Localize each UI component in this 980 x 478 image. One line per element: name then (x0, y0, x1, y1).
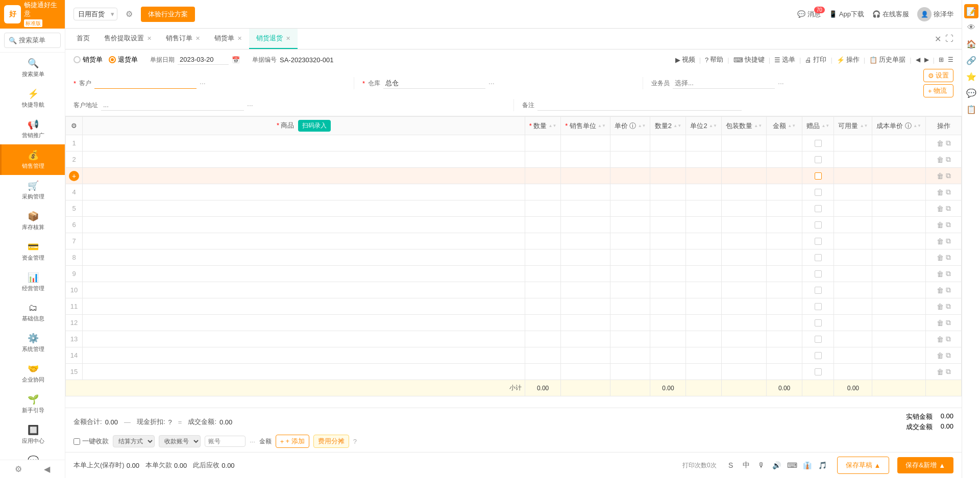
sidebar-item-inventory[interactable]: 📦 库存核算 (0, 206, 65, 236)
message-btn[interactable]: 💬 消息 70 (797, 10, 821, 19)
tab-sales-return-close[interactable]: ✕ (286, 35, 290, 42)
delete-row-9[interactable]: 🗑 (937, 270, 944, 278)
sidebar-collapse-btn[interactable]: ◀ (44, 464, 50, 474)
delete-row-4[interactable]: 🗑 (937, 188, 944, 196)
staff-dots[interactable]: ··· (778, 79, 784, 87)
copy-row-15[interactable]: ⧉ (946, 367, 951, 376)
tab-sales-invoice[interactable]: 销货单 ✕ (207, 29, 249, 49)
sidebar-item-newbie[interactable]: 🌱 新手引导 (0, 389, 65, 419)
account-dots[interactable]: ··· (250, 438, 255, 445)
delete-row-8[interactable]: 🗑 (937, 254, 944, 262)
gift-checkbox-10[interactable] (815, 287, 822, 294)
delete-row-10[interactable]: 🗑 (937, 286, 944, 294)
copy-row-14[interactable]: ⧉ (946, 351, 951, 360)
trial-btn[interactable]: 体验行业方案 (141, 7, 195, 22)
video-btn[interactable]: ▶ 视频 (675, 55, 695, 64)
taskbar-icon-7[interactable]: 🎵 (817, 459, 829, 471)
right-panel-btn-6[interactable]: 💬 (964, 86, 978, 100)
product-input-3[interactable] (86, 172, 522, 180)
sidebar-item-quicknav[interactable]: ⚡ 快捷导航 (0, 83, 65, 114)
amount-sort-icon[interactable]: ▲▼ (788, 124, 796, 128)
select-btn[interactable]: ☰ 选单 (774, 55, 795, 64)
search-button[interactable]: 🔍 搜索菜单 (4, 33, 61, 48)
gift-checkbox-15[interactable] (815, 368, 822, 375)
tab-home[interactable]: 首页 (69, 29, 97, 49)
sidebar-item-wechat[interactable]: 💬 企业微信 (0, 450, 65, 460)
add-row-btn[interactable]: + (69, 171, 79, 181)
copy-row-12[interactable]: ⧉ (946, 318, 951, 327)
remark-input[interactable] (537, 99, 742, 111)
sidebar-item-operations[interactable]: 📊 经营管理 (0, 267, 65, 297)
gift-checkbox-14[interactable] (815, 352, 822, 359)
operation-btn[interactable]: ⚡ 操作 (837, 55, 860, 64)
account-number-input[interactable] (205, 436, 246, 447)
tab-sales-invoice-close[interactable]: ✕ (237, 35, 242, 42)
gift-checkbox-4[interactable] (815, 189, 822, 196)
column-settings-icon[interactable]: ⚙ (71, 122, 77, 130)
sidebar-item-appcenter[interactable]: 🔲 应用中心 (0, 419, 65, 450)
online-service-btn[interactable]: 🎧 在线客服 (872, 10, 909, 19)
history-btn[interactable]: 📋 历史单据 (869, 55, 905, 64)
available-sort-icon[interactable]: ▲▼ (860, 124, 868, 128)
delete-row-14[interactable]: 🗑 (937, 351, 944, 360)
save-draft-btn[interactable]: 保存草稿 ▲ (837, 457, 890, 474)
taskbar-icon-5[interactable]: ⌨ (786, 459, 798, 471)
sidebar-item-finance[interactable]: 💳 资金管理 (0, 236, 65, 267)
calendar-icon[interactable]: 📅 (232, 56, 240, 64)
one-click-payment-checkbox[interactable]: 一键收款 (74, 437, 109, 446)
gift-checkbox-3[interactable] (815, 172, 822, 180)
help-btn[interactable]: ? 帮助 (705, 55, 723, 64)
right-panel-btn-2[interactable]: 👁 (964, 20, 978, 35)
prev-nav-btn[interactable]: ◀ (916, 56, 920, 63)
pack-sort-icon[interactable]: ▲▼ (754, 124, 762, 128)
taskbar-icon-6[interactable]: 👔 (801, 459, 814, 471)
logistics-action-btn[interactable]: + 物流 (923, 84, 953, 97)
gift-checkbox-7[interactable] (815, 238, 822, 245)
taskbar-icon-3[interactable]: 🎙 (755, 459, 768, 471)
next-nav-btn[interactable]: ▶ (924, 56, 929, 63)
topbar-settings-btn[interactable]: ⚙ (124, 7, 135, 21)
delete-row-15[interactable]: 🗑 (937, 368, 944, 376)
address-dots[interactable]: ··· (247, 101, 253, 109)
sidebar-item-purchase[interactable]: 🛒 采购管理 (0, 175, 65, 206)
delete-row-7[interactable]: 🗑 (937, 237, 944, 245)
warehouse-dots[interactable]: ··· (488, 79, 495, 87)
gift-checkbox-1[interactable] (815, 140, 822, 147)
delete-row-12[interactable]: 🗑 (937, 319, 944, 327)
unit2-sort-icon[interactable]: ▲▼ (709, 124, 717, 128)
copy-row-7[interactable]: ⧉ (946, 237, 951, 245)
address-input[interactable] (101, 99, 244, 111)
sidebar-item-system[interactable]: ⚙️ 系统管理 (0, 328, 65, 358)
copy-row-1[interactable]: ⧉ (946, 139, 951, 147)
copy-row-13[interactable]: ⧉ (946, 335, 951, 343)
tab-sales-return[interactable]: 销货退货 ✕ (249, 29, 298, 49)
user-menu[interactable]: 👤 徐泽华 (917, 7, 953, 21)
delete-row-13[interactable]: 🗑 (937, 335, 944, 343)
date-input[interactable] (178, 55, 229, 65)
print-btn[interactable]: 🖨 打印 (805, 55, 826, 64)
delete-row-6[interactable]: 🗑 (937, 221, 944, 229)
right-panel-btn-7[interactable]: 📋 (964, 102, 978, 116)
delete-row-3[interactable]: 🗑 (937, 172, 944, 180)
gift-checkbox-8[interactable] (815, 254, 822, 261)
gift-checkbox-2[interactable] (815, 156, 822, 163)
qty2-sort-icon[interactable]: ▲▼ (673, 124, 681, 128)
one-click-payment-input[interactable] (74, 438, 80, 445)
copy-row-6[interactable]: ⧉ (946, 220, 951, 229)
sidebar-item-marketing[interactable]: 📢 营销推广 (0, 114, 65, 144)
gift-checkbox-5[interactable] (815, 205, 822, 212)
tab-price-setting-close[interactable]: ✕ (147, 35, 152, 42)
gift-checkbox-13[interactable] (815, 336, 822, 343)
taskbar-icon-4[interactable]: 🔊 (771, 459, 783, 471)
customer-dots[interactable]: ··· (200, 79, 206, 87)
unit-sort-icon[interactable]: ▲▼ (598, 124, 606, 128)
right-panel-btn-5[interactable]: ⭐ (964, 69, 978, 84)
payment-method-select[interactable]: 结算方式 (113, 435, 155, 447)
sidebar-settings-btn[interactable]: ⚙ (15, 464, 22, 474)
product-cell[interactable] (83, 135, 525, 152)
tab-sales-order[interactable]: 销售订单 ✕ (159, 29, 207, 49)
module-select[interactable]: 日用百货 (74, 8, 117, 20)
sidebar-item-enterprise[interactable]: 🤝 企业协同 (0, 358, 65, 389)
taskbar-icon-2[interactable]: 中 (740, 459, 752, 471)
delete-row-2[interactable]: 🗑 (937, 156, 944, 164)
